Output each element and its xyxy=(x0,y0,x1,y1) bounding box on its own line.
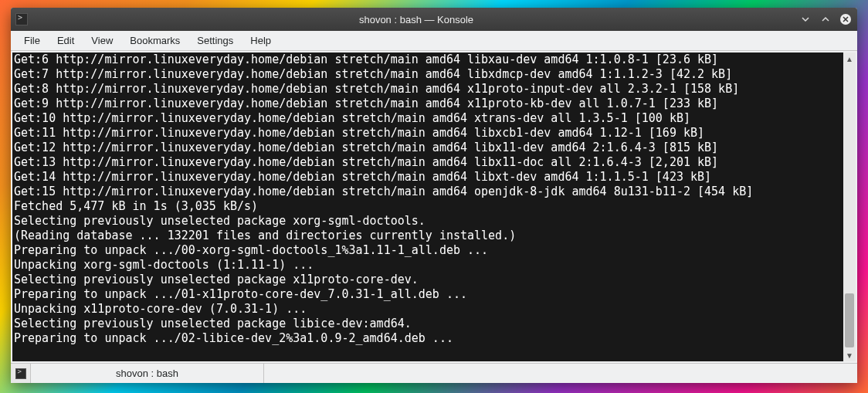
new-tab-button[interactable] xyxy=(11,364,31,383)
menu-view[interactable]: View xyxy=(83,32,121,49)
menubar: File Edit View Bookmarks Settings Help xyxy=(11,31,857,51)
menu-file[interactable]: File xyxy=(15,32,49,49)
window-title: shovon : bash — Konsole xyxy=(34,14,798,25)
maximize-button[interactable] xyxy=(819,12,832,26)
terminal-area[interactable]: Get:6 http://mirror.linuxeveryday.home/d… xyxy=(12,53,856,361)
tabbar: shovon : bash xyxy=(11,363,857,383)
scroll-down-arrow[interactable]: ▼ xyxy=(843,349,856,361)
app-icon xyxy=(15,13,28,25)
titlebar[interactable]: shovon : bash — Konsole xyxy=(11,8,857,31)
close-icon xyxy=(839,13,852,25)
menu-settings[interactable]: Settings xyxy=(188,32,242,49)
scrollbar[interactable]: ▲ ▼ xyxy=(843,53,856,361)
scroll-up-arrow[interactable]: ▲ xyxy=(843,53,856,65)
close-button[interactable] xyxy=(839,12,853,26)
menu-help[interactable]: Help xyxy=(242,32,280,49)
terminal-output[interactable]: Get:6 http://mirror.linuxeveryday.home/d… xyxy=(12,53,843,361)
menu-bookmarks[interactable]: Bookmarks xyxy=(121,32,188,49)
tab-label: shovon : bash xyxy=(116,368,178,379)
menu-edit[interactable]: Edit xyxy=(49,32,83,49)
chevron-up-icon xyxy=(819,13,832,25)
terminal-icon xyxy=(15,368,26,379)
window-controls xyxy=(798,12,853,26)
scroll-thumb[interactable] xyxy=(845,293,854,347)
tab-active[interactable]: shovon : bash xyxy=(31,364,264,383)
konsole-window: shovon : bash — Konsole File Edit View B… xyxy=(11,8,857,383)
minimize-button[interactable] xyxy=(798,12,812,26)
chevron-down-icon xyxy=(799,13,812,25)
